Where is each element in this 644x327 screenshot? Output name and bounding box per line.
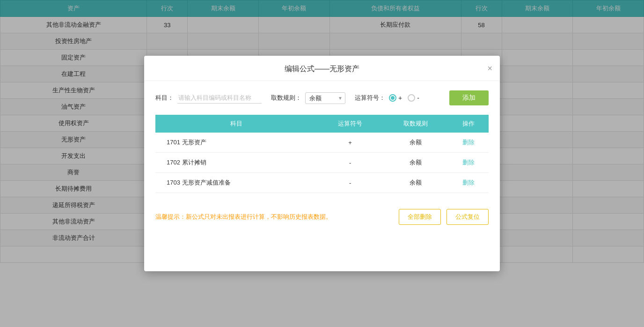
radio-plus-circle [389, 94, 396, 102]
subject-group: 科目： [155, 92, 262, 104]
rule-select[interactable]: 余额 借方 贷方 借方累计 贷方累计 [305, 92, 345, 104]
cell-operator: + [317, 133, 383, 153]
radio-minus[interactable]: - [408, 94, 419, 102]
footer-buttons: 全部删除 公式复位 [399, 209, 489, 225]
radio-plus-label: + [398, 94, 402, 102]
rule-label: 取数规则： [271, 94, 301, 102]
table-row: 1701 无形资产+余额删除 [155, 133, 489, 153]
modal-title: 编辑公式——无形资产 [285, 64, 359, 74]
radio-plus[interactable]: + [389, 94, 402, 102]
modal-header: 编辑公式——无形资产 × [144, 56, 500, 81]
delete-all-button[interactable]: 全部删除 [399, 209, 441, 225]
cell-rule: 余额 [383, 173, 448, 193]
table-row: 1702 累计摊销-余额删除 [155, 153, 489, 173]
rule-select-wrapper: 余额 借方 贷方 借方累计 贷方累计 [305, 92, 345, 104]
modal-body: 科目： 取数规则： 余额 借方 贷方 借方累计 贷方累计 [144, 81, 500, 202]
cell-action: 删除 [448, 153, 489, 173]
radio-group: + - [389, 94, 419, 102]
modal-footer: 温馨提示：新公式只对未出报表进行计算，不影响历史报表数据。 全部删除 公式复位 [144, 202, 500, 233]
cell-rule: 余额 [383, 133, 448, 153]
radio-minus-circle [408, 94, 415, 102]
cell-subject: 1703 无形资产减值准备 [155, 173, 317, 193]
col-operator: 运算符号 [317, 115, 383, 133]
cell-action: 删除 [448, 133, 489, 153]
rule-group: 取数规则： 余额 借方 贷方 借方累计 贷方累计 [271, 92, 345, 104]
cell-operator: - [317, 153, 383, 173]
data-table: 科目 运算符号 取数规则 操作 1701 无形资产+余额删除1702 累计摊销-… [155, 115, 489, 193]
reset-button[interactable]: 公式复位 [446, 209, 489, 225]
col-subject: 科目 [155, 115, 317, 133]
cell-operator: - [317, 173, 383, 193]
delete-row-button[interactable]: 删除 [462, 158, 475, 167]
footer-hint: 温馨提示：新公式只对未出报表进行计算，不影响历史报表数据。 [155, 213, 332, 221]
operator-label: 运算符号： [355, 94, 385, 102]
delete-row-button[interactable]: 删除 [462, 178, 475, 187]
delete-row-button[interactable]: 删除 [462, 138, 475, 147]
cell-subject: 1701 无形资产 [155, 133, 317, 153]
col-rule: 取数规则 [383, 115, 448, 133]
cell-rule: 余额 [383, 153, 448, 173]
form-row: 科目： 取数规则： 余额 借方 贷方 借方累计 贷方累计 [155, 90, 489, 105]
operator-group: 运算符号： + - [355, 94, 419, 102]
col-action: 操作 [448, 115, 489, 133]
add-button[interactable]: 添加 [449, 90, 489, 105]
radio-minus-label: - [417, 94, 419, 102]
subject-label: 科目： [155, 94, 174, 102]
cell-action: 删除 [448, 173, 489, 193]
table-row: 1703 无形资产减值准备-余额删除 [155, 173, 489, 193]
modal-close-button[interactable]: × [487, 64, 492, 73]
modal-overlay: 编辑公式——无形资产 × 科目： 取数规则： 余额 借方 [0, 0, 644, 327]
cell-subject: 1702 累计摊销 [155, 153, 317, 173]
modal-dialog: 编辑公式——无形资产 × 科目： 取数规则： 余额 借方 [144, 56, 500, 271]
subject-input[interactable] [177, 92, 262, 104]
